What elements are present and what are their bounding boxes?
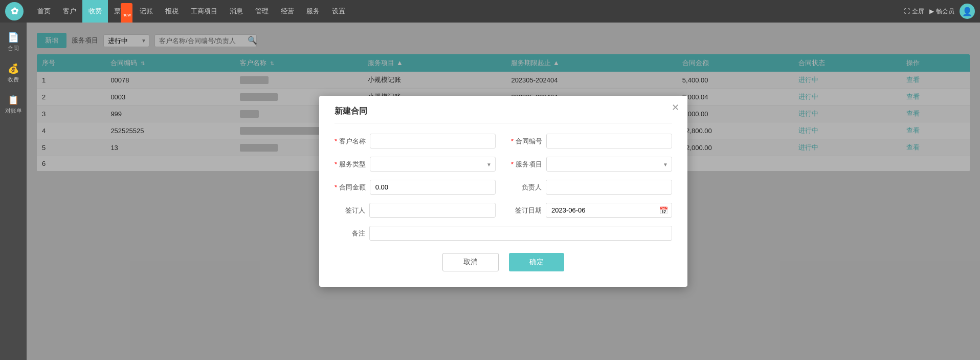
fullscreen-button[interactable]: ⛶ 全屏 (904, 7, 924, 16)
main-layout: 📄 合同 💰 收费 📋 对账单 新增 服务项目 进行中 已完成 已终止 (0, 23, 980, 360)
form-row-person-in-charge: 负责人 (511, 180, 672, 195)
modal-form: 客户名称 合同编号 服务类型 (335, 134, 672, 241)
service-item-select[interactable] (546, 157, 672, 172)
nav-item-bookkeeping[interactable]: 记账 (133, 0, 159, 23)
customer-name-label: 客户名称 (335, 137, 366, 146)
sign-date-input[interactable] (546, 203, 672, 218)
left-sidebar: 📄 合同 💰 收费 📋 对账单 (0, 23, 27, 360)
service-type-select-wrapper (370, 157, 496, 172)
fee-icon: 💰 (8, 63, 19, 74)
form-row-signer: 签订人 (335, 203, 496, 218)
vip-button[interactable]: ▶ 畅会员 (929, 7, 954, 16)
nav-item-message[interactable]: 消息 (224, 0, 249, 23)
nav-item-service[interactable]: 服务 (300, 0, 326, 23)
form-row-remark: 备注 (335, 226, 672, 241)
modal-close-button[interactable]: ✕ (672, 103, 679, 112)
form-row-contract-no: 合同编号 (511, 134, 672, 149)
sidebar-item-reconciliation[interactable]: 📋 对账单 (0, 90, 27, 119)
nav-item-invoice[interactable]: 票据 new (108, 0, 133, 23)
avatar[interactable]: 👤 (960, 4, 975, 19)
modal-overlay: 新建合同 ✕ 客户名称 合同编号 服务类型 (27, 23, 980, 360)
form-row-service-type: 服务类型 (335, 157, 496, 172)
nav-item-manage[interactable]: 管理 (249, 0, 275, 23)
customer-name-input[interactable] (370, 134, 496, 149)
form-row-amount: 合同金额 (335, 180, 496, 195)
person-in-charge-input[interactable] (546, 180, 672, 195)
sign-date-wrapper: 📅 (546, 203, 672, 218)
nav-item-customer[interactable]: 客户 (57, 0, 82, 23)
contract-no-input[interactable] (546, 134, 672, 149)
new-contract-modal: 新建合同 ✕ 客户名称 合同编号 服务类型 (319, 96, 687, 287)
signer-input[interactable] (369, 203, 496, 218)
modal-title: 新建合同 (335, 106, 672, 123)
remark-label: 备注 (335, 229, 365, 238)
nav-item-operation[interactable]: 经营 (275, 0, 300, 23)
remark-input[interactable] (369, 226, 672, 241)
modal-footer: 取消 确定 (335, 253, 672, 271)
service-type-select[interactable] (370, 157, 496, 172)
signer-label: 签订人 (335, 206, 365, 215)
contract-icon: 📄 (8, 32, 19, 43)
reconciliation-icon: 📋 (8, 94, 19, 105)
nav-item-home[interactable]: 首页 (31, 0, 57, 23)
form-row-service-item: 服务项目 (511, 157, 672, 172)
service-type-label: 服务类型 (335, 160, 366, 169)
app-logo: ✿ (5, 2, 24, 20)
amount-label: 合同金额 (335, 183, 366, 192)
contract-no-label: 合同编号 (511, 137, 542, 146)
confirm-button[interactable]: 确定 (509, 253, 564, 271)
content-area: 新增 服务项目 进行中 已完成 已终止 🔍 序号 合同编码 ⇅ 客户名称 ⇅ (27, 23, 980, 360)
top-nav-right: ⛶ 全屏 ▶ 畅会员 👤 (904, 4, 975, 19)
nav-item-tax[interactable]: 报税 (159, 0, 185, 23)
service-item-select-wrapper (546, 157, 672, 172)
form-row-customer: 客户名称 (335, 134, 496, 149)
amount-input[interactable] (370, 180, 496, 195)
sidebar-item-contract[interactable]: 📄 合同 (0, 28, 27, 56)
sidebar-item-fee[interactable]: 💰 收费 (0, 59, 27, 88)
vip-icon: ▶ (929, 8, 934, 15)
form-row-sign-date: 签订日期 📅 (511, 203, 672, 218)
nav-item-fee[interactable]: 收费 (82, 0, 108, 23)
cancel-button[interactable]: 取消 (442, 253, 499, 271)
nav-item-settings[interactable]: 设置 (326, 0, 351, 23)
fullscreen-icon: ⛶ (904, 8, 910, 15)
top-nav: ✿ 首页 客户 收费 票据 new 记账 报税 工商项目 消息 管理 经营 服务… (0, 0, 980, 23)
service-item-label: 服务项目 (511, 160, 542, 169)
person-in-charge-label: 负责人 (511, 183, 542, 192)
sign-date-label: 签订日期 (511, 206, 542, 215)
nav-item-business[interactable]: 工商项目 (185, 0, 224, 23)
